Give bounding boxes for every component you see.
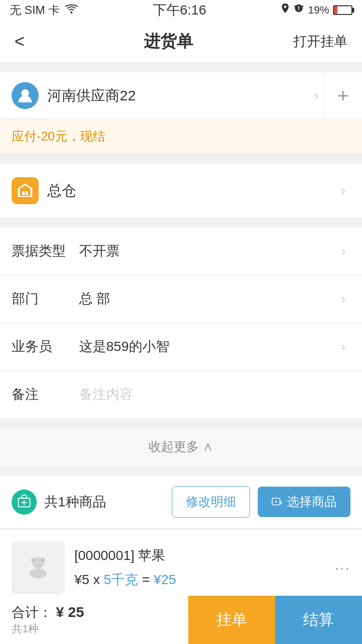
svg-point-12 (31, 558, 35, 562)
dept-row[interactable]: 部门 总 部 › (0, 275, 362, 322)
edit-detail-button[interactable]: 修改明细 (172, 486, 250, 518)
product-price-row: ¥5 x 5千克 = ¥25 (74, 571, 325, 589)
warehouse-chevron-icon: › (341, 183, 346, 198)
svg-rect-2 (22, 191, 25, 195)
total-label: 合计： (12, 605, 52, 620)
svg-point-13 (41, 558, 45, 562)
collapse-label: 收起更多 ∧ (149, 438, 213, 455)
carrier-text: 无 SIM 卡 (10, 2, 60, 18)
collapse-button[interactable]: 收起更多 ∧ (0, 428, 362, 466)
select-product-label: 选择商品 (287, 493, 337, 510)
product-info: [0000001] 苹果 ¥5 x 5千克 = ¥25 (74, 546, 325, 589)
supplier-row: 河南供应商22 › + (0, 72, 362, 119)
total-count: 共1种 (12, 622, 177, 636)
supplier-selector[interactable]: 河南供应商22 › (0, 72, 323, 119)
pay-info-text: 应付-20元，现结 (12, 129, 105, 143)
battery-text: 19% (308, 4, 329, 16)
status-bar-time: 下午6:16 (153, 1, 207, 19)
divider-3 (0, 418, 362, 428)
status-bar-right: 19% (281, 3, 352, 17)
checkout-button[interactable]: 结算 (275, 596, 362, 644)
remark-placeholder: 备注内容 (70, 385, 350, 404)
sales-chevron-icon: › (341, 339, 346, 354)
sales-value: 这是859的小智 (70, 337, 341, 356)
product-name: [0000001] 苹果 (74, 546, 325, 565)
select-product-button[interactable]: 选择商品 (258, 487, 350, 517)
invoice-row[interactable]: 票据类型 不开票 › (0, 227, 362, 275)
back-button[interactable]: < (14, 31, 43, 52)
alarm-icon (293, 3, 304, 17)
bottom-bar: 合计： ¥ 25 共1种 挂单 结算 (0, 596, 362, 644)
remark-label: 备注 (12, 385, 70, 404)
page-title: 进货单 (144, 30, 193, 53)
divider-2 (0, 218, 362, 227)
product-divider (0, 528, 362, 529)
open-hang-button[interactable]: 打开挂单 (293, 32, 348, 51)
dept-chevron-icon: › (341, 291, 346, 307)
status-bar: 无 SIM 卡 下午6:16 19% (0, 0, 362, 20)
product-equals: = (142, 572, 153, 587)
location-icon (281, 3, 290, 17)
sales-row[interactable]: 业务员 这是859的小智 › (0, 323, 362, 370)
sales-label: 业务员 (12, 337, 70, 356)
supplier-avatar (12, 82, 39, 109)
divider-4 (0, 466, 362, 476)
invoice-chevron-icon: › (341, 243, 346, 259)
product-total: ¥25 (153, 572, 176, 587)
add-supplier-button[interactable]: + (323, 72, 362, 119)
invoice-value: 不开票 (70, 242, 341, 260)
product-price: ¥5 (74, 572, 89, 587)
svg-point-11 (29, 569, 47, 578)
remark-row[interactable]: 备注 备注内容 (0, 371, 362, 418)
product-header: 共1种商品 修改明细 选择商品 (0, 476, 362, 528)
svg-rect-3 (26, 191, 28, 195)
pay-info-row: 应付-20元，现结 (0, 119, 362, 154)
total-amount: ¥ 25 (56, 604, 84, 620)
product-more-button[interactable]: ··· (334, 559, 350, 577)
total-section: 合计： ¥ 25 共1种 (0, 596, 188, 644)
dept-value: 总 部 (70, 290, 341, 308)
warehouse-name: 总仓 (47, 181, 341, 201)
product-qty: 5千克 (104, 572, 139, 587)
product-multiply: x (93, 572, 104, 587)
battery-icon (333, 5, 352, 15)
warehouse-row[interactable]: 总仓 › (0, 164, 362, 218)
product-code: [0000001] (74, 548, 135, 563)
product-count-text: 共1种商品 (44, 493, 164, 511)
top-divider (0, 63, 362, 72)
hang-order-button[interactable]: 挂单 (188, 596, 275, 644)
supplier-chevron-icon: › (314, 88, 319, 103)
svg-point-0 (70, 12, 72, 14)
supplier-section: 河南供应商22 › + 应付-20元，现结 (0, 72, 362, 154)
product-item: [0000001] 苹果 ¥5 x 5千克 = ¥25 ··· (0, 530, 362, 606)
wifi-icon (65, 3, 78, 17)
dept-label: 部门 (12, 290, 70, 308)
supplier-name: 河南供应商22 (47, 86, 314, 106)
invoice-label: 票据类型 (12, 242, 70, 260)
total-label-amount: 合计： ¥ 25 (12, 603, 177, 622)
product-thumbnail (12, 541, 65, 594)
product-title: 苹果 (138, 548, 165, 563)
warehouse-icon (12, 177, 39, 204)
nav-bar: < 进货单 打开挂单 (0, 20, 362, 63)
product-section-icon (12, 490, 37, 515)
status-bar-left: 无 SIM 卡 (10, 2, 78, 18)
divider-1 (0, 154, 362, 164)
